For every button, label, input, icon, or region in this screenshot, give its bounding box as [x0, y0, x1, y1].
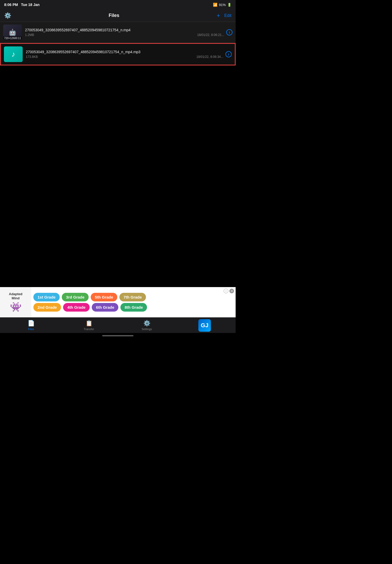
file-meta-video: 1.2MB 18/01/22, 8:06:21... — [25, 33, 224, 37]
nav-actions: + Edit — [217, 12, 231, 19]
tab-files[interactable]: 📄 Files — [2, 320, 60, 331]
file-info-video: 270053049_3208639552697407_4885209459810… — [25, 28, 224, 37]
nav-back-icon[interactable]: ⚙️ — [4, 12, 11, 19]
file-date-video: 18/01/22, 8:06:21... — [197, 33, 224, 37]
empty-content-area — [0, 65, 236, 287]
add-button[interactable]: + — [217, 12, 220, 19]
grade-6th-button[interactable]: 6th Grade — [92, 303, 118, 312]
home-bar — [102, 335, 133, 336]
status-date: Tue 18 Jan — [21, 3, 40, 7]
ad-grades-container: 1st Grade 3rd Grade 5th Grade 7th Grade … — [31, 291, 236, 314]
tab-bar: 📄 Files 📋 Transfer ⚙️ Settings GJ — [0, 317, 236, 333]
video-duration: 0:11 — [16, 37, 21, 40]
file-name-audio: 270053049_3208639552697407_4885209459810… — [26, 50, 223, 54]
wifi-icon: 📶 — [213, 3, 217, 7]
ad-logo-text: Adapted Mind — [9, 292, 22, 300]
grade-7th-button[interactable]: 7th Grade — [119, 293, 146, 301]
status-indicators: 📶 91% 🔋 — [213, 3, 231, 7]
tab-transfer[interactable]: 📋 Transfer — [60, 320, 118, 331]
file-size-video: 1.2MB — [25, 33, 34, 37]
settings-tab-icon: ⚙️ — [143, 320, 150, 327]
files-tab-icon: 📄 — [28, 320, 35, 327]
file-item-audio[interactable]: ♪ 270053049_3208639552697407_48852094598… — [0, 43, 236, 65]
home-indicator — [0, 333, 236, 338]
file-list: 🤖 720×1260 0:11 270053049_32086395526974… — [0, 22, 236, 65]
navigation-bar: ⚙️ Files + Edit — [0, 9, 236, 22]
video-overlay: 720×1260 0:11 — [3, 36, 22, 40]
file-item-video[interactable]: 🤖 720×1260 0:11 270053049_32086395526974… — [0, 22, 236, 43]
edit-button[interactable]: Edit — [224, 13, 231, 18]
file-info-audio: 270053049_3208639552697407_4885209459810… — [26, 50, 223, 59]
ad-grades-row-1: 1st Grade 3rd Grade 5th Grade 7th Grade — [33, 293, 234, 301]
video-resolution: 720×1260 — [4, 37, 16, 40]
tab-settings[interactable]: ⚙️ Settings — [118, 320, 176, 331]
grade-3rd-button[interactable]: 3rd Grade — [62, 293, 89, 301]
file-thumbnail-video: 🤖 720×1260 0:11 — [3, 25, 22, 40]
app-logo: GJ — [198, 319, 211, 332]
settings-tab-label: Settings — [142, 328, 152, 331]
ad-monster-icon: 👾 — [10, 301, 22, 312]
files-tab-label: Files — [28, 328, 34, 331]
file-size-audio: 173.8KB — [26, 55, 38, 59]
battery-percent: 91% — [219, 3, 226, 7]
ad-close-button[interactable]: ✕ — [229, 289, 234, 293]
battery-icon: 🔋 — [227, 3, 231, 7]
grade-4th-button[interactable]: 4th Grade — [63, 303, 90, 312]
ad-banner[interactable]: Adapted Mind 👾 1st Grade 3rd Grade 5th G… — [0, 287, 236, 317]
status-bar: 8:06 PM Tue 18 Jan 📶 91% 🔋 — [0, 0, 236, 9]
file-thumbnail-audio: ♪ — [4, 46, 23, 62]
status-time: 8:06 PM — [4, 3, 18, 7]
status-time-date: 8:06 PM Tue 18 Jan — [4, 3, 40, 7]
file-meta-audio: 173.8KB 18/01/22, 8:06:34... — [26, 55, 223, 59]
info-button-video[interactable]: i — [226, 29, 232, 35]
transfer-tab-icon: 📋 — [85, 320, 93, 327]
transfer-tab-label: Transfer — [84, 328, 94, 331]
file-name-video: 270053049_3208639552697407_4885209459810… — [25, 28, 224, 32]
grade-2nd-button[interactable]: 2nd Grade — [33, 303, 61, 312]
grade-1st-button[interactable]: 1st Grade — [33, 293, 60, 301]
ad-info-icon[interactable]: i — [224, 289, 228, 293]
ad-logo: Adapted Mind 👾 — [0, 287, 31, 317]
page-title: Files — [109, 13, 119, 18]
grade-8th-button[interactable]: 8th Grade — [120, 303, 147, 312]
grade-5th-button[interactable]: 5th Grade — [91, 293, 117, 301]
tab-logo[interactable]: GJ — [176, 319, 234, 332]
music-note-icon: ♪ — [11, 50, 15, 58]
file-date-audio: 18/01/22, 8:06:34... — [197, 55, 223, 59]
ad-grades-row-2: 2nd Grade 4th Grade 6th Grade 8th Grade — [33, 303, 234, 312]
info-button-audio[interactable]: i — [225, 51, 232, 57]
